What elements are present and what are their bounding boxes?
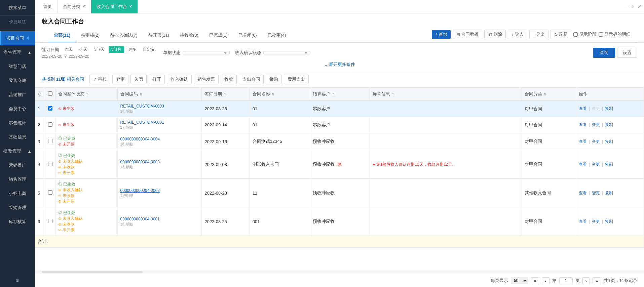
review-button[interactable]: ✓ 审核 [89, 75, 110, 84]
copy-link[interactable]: 复制 [605, 122, 613, 127]
first-page-button[interactable]: « [531, 277, 539, 284]
copy-link[interactable]: 复制 [605, 139, 613, 144]
sidebar-item-retail-manage[interactable]: 零售管理 ▲ [0, 45, 35, 59]
page-input[interactable] [559, 277, 573, 284]
sidebar-settings[interactable]: ⚙ [0, 274, 35, 287]
copy-link[interactable]: 复制 [605, 191, 613, 195]
edit-link[interactable]: 变更 [592, 122, 600, 127]
sidebar-item-project-contract[interactable]: 项目合同 ◀ [0, 31, 35, 45]
view-link[interactable]: 查看 [579, 191, 587, 195]
close-contract-button[interactable]: 关闭 [130, 75, 147, 84]
receipt-button[interactable]: 收款 [221, 75, 237, 84]
sidebar-item-marketing[interactable]: 营销推广 [0, 88, 35, 102]
row-checkbox[interactable] [45, 150, 55, 179]
window-close-icon[interactable]: ✕ [631, 4, 635, 9]
table-settings-icon[interactable]: ⚙ [38, 91, 42, 97]
view-link[interactable]: 查看 [579, 139, 587, 144]
page-size-select[interactable]: 50 100 200 [511, 277, 528, 284]
expense-out-button[interactable]: 费用支出 [284, 75, 309, 84]
expense-contract-button[interactable]: 支出合同 [239, 75, 264, 84]
tab-close-icon[interactable]: ✕ [129, 4, 132, 9]
sidebar-item-member[interactable]: 会员中心 [0, 102, 35, 116]
confirm-status-select[interactable]: ▼ [263, 51, 310, 54]
copy-link[interactable]: 复制 [605, 106, 613, 111]
expand-filter-button[interactable]: ⌄ 展开更多条件 [324, 62, 355, 68]
contract-code-link[interactable]: 0000000000004-0002 [120, 188, 160, 193]
sub-tab-pending-receipt[interactable]: 待收款(8) [175, 29, 204, 42]
sidebar-item-ecommerce[interactable]: 小畅电商 [0, 187, 35, 201]
date-option-today[interactable]: 今天 [77, 46, 90, 53]
copy-link[interactable]: 复制 [605, 219, 613, 224]
new-button[interactable]: + 新增 [432, 30, 451, 39]
prev-page-button[interactable]: ‹ [542, 277, 549, 284]
contract-code-link[interactable]: RETAIL_CUSTOM-0001 [120, 120, 164, 125]
show-label-checkbox[interactable]: 显示标的明细 [599, 31, 631, 37]
sub-tab-pending-invoice[interactable]: 待开票(11) [143, 29, 175, 42]
edit-link[interactable]: 变更 [592, 219, 600, 224]
sidebar-nav-label[interactable]: 快捷导航 [0, 16, 35, 28]
refresh-button[interactable]: ↻ 刷新 [551, 30, 571, 39]
date-option-more[interactable]: 更多 [125, 46, 139, 53]
select-all-checkbox[interactable] [48, 91, 52, 96]
sidebar-item-base-info[interactable]: 基础信息 [0, 130, 35, 144]
abandon-review-button[interactable]: 弃审 [112, 75, 128, 84]
sidebar-item-wholesale[interactable]: 批发管理 ▲ [0, 144, 35, 158]
date-option-7days[interactable]: 近7天 [91, 46, 107, 53]
sidebar-item-sales-manage[interactable]: 销售管理 [0, 172, 35, 187]
copy-link[interactable]: 复制 [605, 162, 613, 167]
row-checkbox[interactable] [45, 101, 55, 117]
tab-home[interactable]: 首页 [38, 0, 58, 13]
open-contract-button[interactable]: 打开 [149, 75, 165, 84]
sub-tab-all[interactable]: 全部(11) [48, 29, 76, 42]
tab-income-workbench[interactable]: 收入合同工作台 ✕ [91, 0, 138, 13]
row-checkbox[interactable] [45, 117, 55, 133]
window-expand-icon[interactable]: ⤢ [638, 4, 641, 9]
view-link[interactable]: 查看 [579, 162, 587, 167]
sidebar-item-inventory[interactable]: 库存核算 [0, 215, 35, 229]
contract-code-link[interactable]: 0000000000004-0004 [120, 137, 160, 141]
tab-contract-category[interactable]: 合同分类 ✕ [58, 0, 91, 13]
row-checkbox[interactable] [45, 207, 55, 236]
edit-link[interactable]: 变更 [592, 191, 600, 195]
import-button[interactable]: ↓ 导入 [508, 30, 527, 39]
date-option-custom[interactable]: 自定义 [140, 46, 158, 53]
sub-tab-closed[interactable]: 已关闭(0) [233, 29, 262, 42]
purchase-button[interactable]: 采购 [266, 75, 282, 84]
contract-code-link[interactable]: 0000000000004-0003 [120, 160, 160, 164]
sidebar-item-retail-stats[interactable]: 零售统计 [0, 116, 35, 130]
edit-link[interactable]: 变更 [592, 139, 600, 144]
kanban-button[interactable]: ⊞ 合同看板 [453, 30, 482, 39]
status-select[interactable]: ▼ [183, 51, 230, 54]
sidebar-item-purchase[interactable]: 采购管理 [0, 201, 35, 215]
row-checkbox[interactable] [45, 133, 55, 150]
sub-tab-pending-review[interactable]: 待审核(2) [76, 29, 105, 42]
income-confirm-button[interactable]: 收入确认 [167, 75, 192, 84]
last-page-button[interactable]: » [593, 277, 601, 284]
date-option-1month[interactable]: 近1月 [109, 46, 124, 53]
export-button[interactable]: ↑ 导出 [529, 30, 549, 39]
setting-button[interactable]: 设置 [617, 48, 637, 58]
next-page-button[interactable]: › [582, 277, 590, 284]
sub-tab-pending-confirm[interactable]: 待收入确认(7) [105, 29, 143, 42]
delete-button[interactable]: 🗑 删除 [484, 30, 506, 39]
view-link[interactable]: 查看 [579, 219, 587, 224]
horizontal-scrollbar[interactable] [42, 271, 143, 273]
contract-code-link[interactable]: RETAIL_CUSTOM-0003 [120, 104, 164, 109]
contract-code-link[interactable]: 0000000000004-0001 [120, 217, 160, 221]
window-minimize-icon[interactable]: — [624, 4, 629, 9]
sub-tab-changed[interactable]: 已变更(4) [262, 29, 292, 42]
row-checkbox[interactable] [45, 179, 55, 207]
sidebar-search[interactable]: 搜索菜单 [0, 0, 35, 16]
query-button[interactable]: 查询 [593, 48, 615, 58]
sidebar-item-marketing2[interactable]: 营销推广 [0, 158, 35, 172]
sales-invoice-button[interactable]: 销售发票 [194, 75, 219, 84]
sub-tab-completed[interactable]: 已完成(1) [204, 29, 233, 42]
view-link[interactable]: 查看 [579, 106, 587, 111]
view-link[interactable]: 查看 [579, 122, 587, 127]
sidebar-item-smart-store[interactable]: 智慧门店 [0, 59, 35, 74]
edit-link[interactable]: 变更 [592, 162, 600, 167]
sidebar-item-retail-mall[interactable]: 零售商城 [0, 74, 35, 88]
tab-close-icon[interactable]: ✕ [82, 4, 85, 9]
show-field-checkbox[interactable]: 显示阶段 [573, 31, 597, 37]
date-option-yesterday[interactable]: 昨天 [62, 46, 75, 53]
